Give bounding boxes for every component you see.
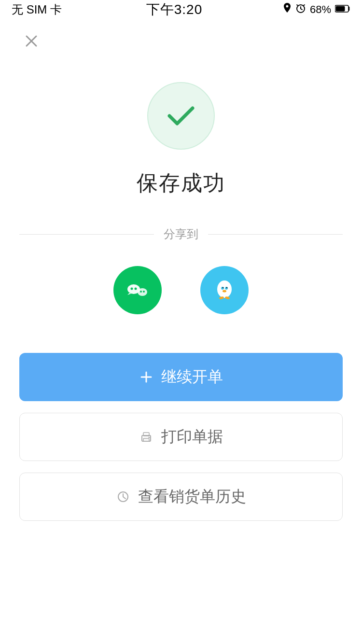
status-left: 无 SIM 卡 — [12, 2, 66, 17]
printer-icon — [139, 430, 153, 444]
history-button[interactable]: 查看销货单历史 — [19, 473, 343, 521]
svg-point-7 — [140, 291, 142, 293]
svg-rect-2 — [336, 6, 345, 12]
alarm-icon — [295, 3, 306, 16]
close-button[interactable] — [19, 29, 43, 53]
carrier-text: 无 SIM 卡 — [12, 2, 62, 17]
svg-point-16 — [223, 290, 226, 293]
qq-icon — [210, 276, 239, 305]
svg-point-6 — [135, 288, 137, 290]
continue-order-label: 继续开单 — [161, 366, 223, 388]
share-divider: 分享到 — [19, 226, 343, 242]
main-content: 保存成功 分享到 — [0, 53, 362, 644]
action-buttons: 继续开单 打印单据 查看销货单历史 — [19, 353, 343, 521]
check-icon — [164, 98, 198, 133]
wechat-icon — [123, 276, 152, 305]
location-icon — [283, 3, 292, 16]
svg-point-12 — [221, 287, 224, 290]
svg-point-15 — [226, 287, 227, 288]
svg-point-22 — [149, 437, 150, 438]
svg-point-14 — [223, 287, 223, 288]
success-title: 保存成功 — [137, 169, 225, 197]
print-label: 打印单据 — [161, 426, 223, 448]
continue-order-button[interactable]: 继续开单 — [19, 353, 343, 401]
share-section: 分享到 — [19, 226, 343, 314]
plus-icon — [139, 370, 153, 384]
divider-left — [19, 234, 154, 235]
battery-icon — [335, 3, 350, 16]
share-label: 分享到 — [164, 226, 198, 242]
status-right: 68% — [283, 3, 350, 16]
svg-point-5 — [131, 288, 133, 290]
status-time: 下午3:20 — [146, 0, 203, 19]
success-icon-circle — [147, 82, 215, 150]
battery-text: 68% — [310, 3, 331, 16]
share-icons — [113, 266, 249, 314]
clock-icon — [116, 490, 130, 504]
svg-rect-21 — [143, 438, 149, 441]
history-label: 查看销货单历史 — [138, 486, 246, 507]
share-qq-button[interactable] — [200, 266, 249, 314]
status-bar: 无 SIM 卡 下午3:20 68% — [0, 0, 362, 19]
svg-point-4 — [138, 288, 147, 296]
divider-right — [208, 234, 343, 235]
svg-point-8 — [143, 291, 145, 293]
share-wechat-button[interactable] — [113, 266, 162, 314]
svg-point-9 — [217, 280, 232, 298]
svg-point-13 — [225, 287, 228, 290]
print-button[interactable]: 打印单据 — [19, 413, 343, 461]
